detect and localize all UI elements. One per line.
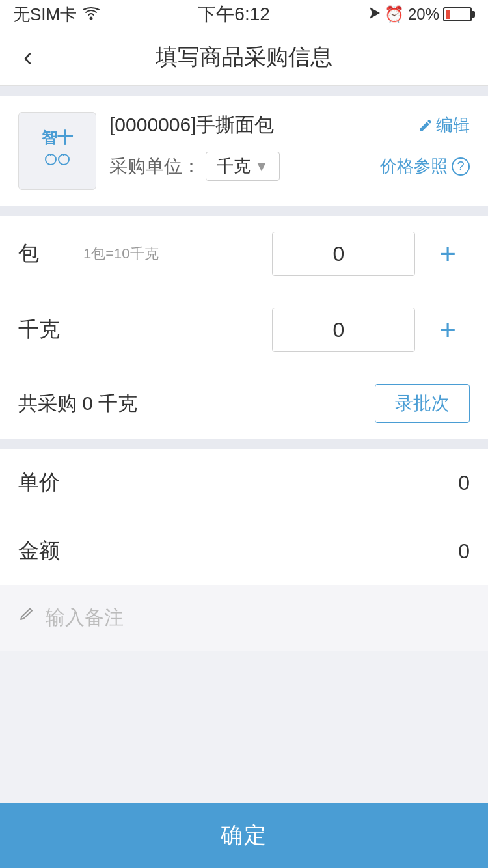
page-title: 填写商品采购信息 bbox=[156, 42, 332, 72]
summary-row: 共采购 0 千克 录批次 bbox=[0, 368, 488, 439]
svg-point-2 bbox=[59, 154, 69, 165]
help-icon: ? bbox=[452, 157, 470, 176]
remark-placeholder: 输入备注 bbox=[46, 604, 124, 631]
amount-row: 金额 0 bbox=[0, 517, 488, 585]
info-section: 单价 0 金额 0 bbox=[0, 449, 488, 585]
kg-plus-button[interactable]: + bbox=[426, 308, 470, 352]
unit-price-row: 单价 0 bbox=[0, 449, 488, 517]
price-ref-button[interactable]: 价格参照 ? bbox=[380, 155, 470, 178]
section-divider-bottom bbox=[0, 439, 488, 449]
confirm-btn-wrapper: 确定 bbox=[0, 803, 488, 868]
product-card: 智十 [0000006]手撕面包 编辑 bbox=[0, 96, 488, 206]
bao-input-row: 包 1包=10千克 + bbox=[0, 216, 488, 292]
input-section: 包 1包=10千克 + 千克 + bbox=[0, 216, 488, 368]
svg-point-0 bbox=[90, 16, 93, 20]
section-divider-mid bbox=[0, 206, 488, 216]
edit-label: 编辑 bbox=[436, 114, 470, 137]
product-logo: 智十 bbox=[42, 129, 73, 173]
carrier-label: 无SIM卡 bbox=[13, 3, 77, 26]
status-left: 无SIM卡 bbox=[13, 3, 100, 26]
section-divider-top bbox=[0, 86, 488, 96]
unit-row: 采购单位： 千克 ▼ 价格参照 ? bbox=[109, 152, 470, 181]
status-right: ⏰ 20% bbox=[368, 5, 475, 23]
location-icon bbox=[368, 5, 381, 23]
product-info: [0000006]手撕面包 编辑 采购单位： 千克 ▼ 价格 bbox=[109, 112, 470, 181]
svg-point-1 bbox=[46, 154, 56, 165]
kg-input[interactable] bbox=[272, 308, 415, 352]
unit-value: 千克 bbox=[217, 155, 251, 178]
unit-price-value: 0 bbox=[458, 471, 470, 495]
nav-bar: ‹ 填写商品采购信息 bbox=[0, 29, 488, 86]
battery-icon bbox=[443, 7, 475, 21]
dropdown-icon: ▼ bbox=[254, 158, 269, 175]
unit-select[interactable]: 千克 ▼ bbox=[206, 152, 280, 181]
kg-input-row: 千克 + bbox=[0, 292, 488, 368]
status-bar: 无SIM卡 下午6:12 ⏰ 20% bbox=[0, 0, 488, 29]
product-image: 智十 bbox=[18, 112, 96, 190]
unit-label: 采购单位： bbox=[109, 154, 200, 179]
batch-button[interactable]: 录批次 bbox=[375, 384, 470, 423]
amount-value: 0 bbox=[458, 539, 470, 563]
product-name-row: [0000006]手撕面包 编辑 bbox=[109, 112, 470, 139]
remark-section[interactable]: 输入备注 bbox=[0, 585, 488, 651]
battery-percent: 20% bbox=[408, 5, 439, 23]
summary-text: 共采购 0 千克 bbox=[18, 390, 137, 417]
pencil-icon bbox=[18, 606, 36, 629]
bao-label: 包 bbox=[18, 239, 70, 268]
amount-label: 金额 bbox=[18, 537, 60, 565]
bao-input[interactable] bbox=[272, 232, 415, 276]
wifi-icon bbox=[82, 5, 100, 25]
edit-button[interactable]: 编辑 bbox=[418, 114, 470, 137]
bao-plus-button[interactable]: + bbox=[426, 232, 470, 276]
back-icon: ‹ bbox=[23, 42, 32, 71]
confirm-button[interactable]: 确定 bbox=[0, 803, 488, 868]
product-name: [0000006]手撕面包 bbox=[109, 112, 274, 139]
kg-label: 千克 bbox=[18, 316, 70, 344]
bao-sub-label: 1包=10千克 bbox=[83, 244, 159, 264]
unit-price-label: 单价 bbox=[18, 468, 60, 497]
back-button[interactable]: ‹ bbox=[17, 36, 38, 78]
alarm-icon: ⏰ bbox=[385, 5, 404, 23]
status-time: 下午6:12 bbox=[198, 2, 270, 27]
price-ref-label: 价格参照 bbox=[380, 155, 448, 178]
